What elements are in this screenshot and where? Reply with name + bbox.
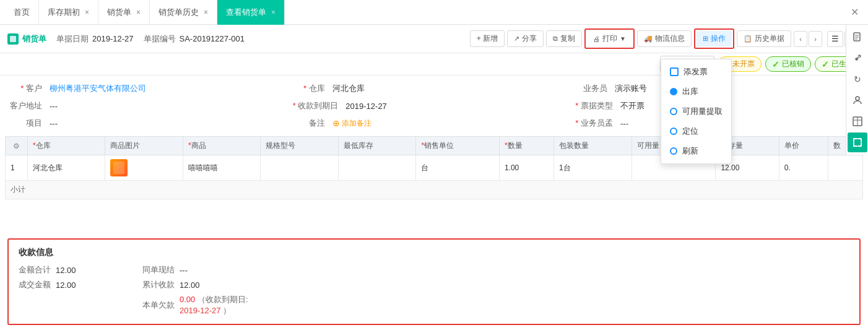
table-cell-pack-qty: 1台 <box>554 155 631 181</box>
staff2-value: --- <box>620 119 628 128</box>
sidebar-document-icon-btn[interactable] <box>848 27 867 47</box>
form-area: 客户 柳州粤港平安气体有限公司 仓库 河北仓库 业务员 演示账号 客户地址 --… <box>0 76 868 136</box>
menu-item-outbound[interactable]: 出库 <box>661 82 731 102</box>
add-invoice-icon <box>670 67 679 76</box>
toolbar-row2: 📱 来自手机 未开票 ✓ 已核销 ✓ 已生效 <box>0 53 868 76</box>
tab-sales-order[interactable]: 销货单 × <box>98 0 150 25</box>
doc-actions: + 新增 ↗ 分享 ⧉ 复制 🖨 打印 ▼ <box>470 28 861 49</box>
tab-bar: 首页 库存期初 × 销货单 × 销货单历史 × 查看销货单 × ✕ <box>0 0 868 25</box>
window-close-button[interactable]: ✕ <box>846 4 863 21</box>
cumulative-payment-value: 12.00 <box>180 280 200 290</box>
confirmed-badge[interactable]: ✓ 已核销 <box>765 56 811 72</box>
table-row: 1 河北仓库 嘻嘻嘻嘻 台 1.00 1台 <box>6 155 863 181</box>
table-col-qty: *数量 <box>499 137 553 155</box>
table-cell-image <box>105 155 183 181</box>
table-col-pack-qty: 包装数量 <box>554 137 631 155</box>
deal-amount-row: 成交金额 12.00 <box>19 279 142 290</box>
tab-sales-order-history-close[interactable]: × <box>204 8 208 17</box>
project-value: --- <box>50 119 58 128</box>
copy-button[interactable]: ⧉ 复制 <box>546 30 582 47</box>
doc-meta: 单据日期 2019-12-27 单据编号 SA-20191227-001 <box>56 33 245 45</box>
table-cell-min-stock <box>338 155 415 181</box>
subtotal-row: 小计 <box>6 181 863 199</box>
empty-row-3 <box>19 294 142 316</box>
outbound-icon <box>670 88 677 95</box>
svg-rect-0 <box>10 36 16 42</box>
payment-date-value: 2019-12-27 <box>345 102 387 111</box>
locate-icon <box>670 128 677 135</box>
empty-row-1 <box>266 264 390 276</box>
address-value: --- <box>50 102 58 111</box>
sidebar-expand-icon <box>853 137 862 147</box>
tab-inventory-init-close[interactable]: × <box>85 8 89 17</box>
table-col-settings: ⚙ <box>6 137 28 155</box>
menu-item-add-invoice[interactable]: 添发票 <box>661 62 731 82</box>
sidebar-user-icon-btn[interactable] <box>848 90 867 110</box>
table-cell-unit: 台 <box>416 155 500 181</box>
tab-sales-order-history[interactable]: 销货单历史 × <box>150 0 217 25</box>
sidebar-link-icon <box>853 53 862 63</box>
payment-info-grid: 金额合计 12.00 同单现结 --- 成交金额 12.00 累计收款 12.0… <box>19 264 849 316</box>
payment-info-section: 收款信息 金额合计 12.00 同单现结 --- 成交金额 12.00 累计收款 <box>7 238 861 325</box>
tab-sales-order-close[interactable]: × <box>136 8 141 17</box>
cumulative-payment-row: 累计收款 12.00 <box>142 279 266 290</box>
product-thumbnail <box>110 159 128 176</box>
operations-button[interactable]: ⊞ 操作 <box>697 31 732 46</box>
doc-header: 销货单 单据日期 2019-12-27 单据编号 SA-20191227-001… <box>0 25 868 53</box>
tab-inventory-init[interactable]: 库存期初 × <box>39 0 98 25</box>
new-button[interactable]: + 新增 <box>470 30 505 47</box>
effective-check-icon: ✓ <box>822 59 829 69</box>
table-col-product-image: 商品图片 <box>105 137 183 155</box>
sidebar-link-icon-btn[interactable] <box>848 48 867 68</box>
warehouse-field: 仓库 河北仓库 <box>293 83 576 94</box>
table-cell-amount <box>828 155 862 181</box>
history-button[interactable]: 📋 历史单据 <box>737 30 791 47</box>
logistics-button[interactable]: 🚚 物流信息 <box>637 30 692 47</box>
amount-total-row: 金额合计 12.00 <box>19 264 142 276</box>
warehouse-value: 河北仓库 <box>332 83 365 94</box>
svg-point-5 <box>856 97 859 100</box>
confirmed-check-icon: ✓ <box>772 59 779 69</box>
refresh-icon <box>670 147 677 155</box>
tab-home[interactable]: 首页 <box>5 0 39 25</box>
empty-row-2 <box>266 279 390 290</box>
sidebar-table-icon <box>853 116 862 126</box>
sidebar-document-icon <box>853 32 862 42</box>
stock-extract-icon <box>670 108 677 115</box>
doc-type-icon <box>7 33 19 45</box>
ticket-type-value: 不开票 <box>620 100 644 111</box>
table-cell-spec <box>261 155 338 181</box>
table-cell-product: 嘻嘻嘻嘻 <box>183 155 260 181</box>
product-table-wrapper: ⚙ *仓库 商品图片 *商品 规格型号 最低库存 *销售单位 *数量 包装数量 … <box>0 136 868 233</box>
customer-value[interactable]: 柳州粤港平安气体有限公司 <box>50 83 146 94</box>
sidebar-refresh-icon-btn[interactable]: ↻ <box>848 69 867 89</box>
product-table: ⚙ *仓库 商品图片 *商品 规格型号 最低库存 *销售单位 *数量 包装数量 … <box>5 136 863 199</box>
table-cell-unit-price: 0. <box>779 155 828 181</box>
amount-total-value: 12.00 <box>56 266 76 275</box>
project-field: 项目 --- <box>10 118 293 129</box>
table-cell-seq: 1 <box>6 155 28 181</box>
prev-arrow[interactable]: ‹ <box>794 31 807 47</box>
next-arrow[interactable]: › <box>809 31 822 47</box>
current-debt-row: 本单欠款 0.00 （收款到期日: 2019-12-27 ） <box>142 294 266 316</box>
sidebar-expand-icon-btn[interactable] <box>848 132 867 152</box>
tab-view-sales-order-close[interactable]: × <box>271 8 276 17</box>
right-sidebar: ↻ <box>846 25 868 155</box>
print-button[interactable]: 🖨 打印 ▼ <box>587 31 632 46</box>
payment-date-field: 收款到期日 2019-12-27 <box>293 100 576 111</box>
table-col-warehouse: *仓库 <box>28 137 105 155</box>
share-button[interactable]: ↗ 分享 <box>507 30 544 47</box>
menu-item-stock-extract[interactable]: 可用量提取 <box>661 102 731 121</box>
menu-item-locate[interactable]: 定位 <box>661 121 731 141</box>
operations-dropdown: 添发票 出库 可用量提取 定位 刷新 <box>661 59 732 164</box>
add-note-button[interactable]: ⊕ 添加备注 <box>332 118 371 129</box>
tab-view-sales-order[interactable]: 查看销货单 × <box>217 0 285 25</box>
table-col-spec: 规格型号 <box>261 137 338 155</box>
doc-type-label: 销货单 <box>7 33 46 45</box>
sidebar-table-icon-btn[interactable] <box>848 111 867 131</box>
table-cell-qty: 1.00 <box>499 155 553 181</box>
settings-icon[interactable]: ⚙ <box>13 142 20 150</box>
table-col-product: *商品 <box>183 137 260 155</box>
list-view-btn[interactable]: ☰ <box>827 31 843 47</box>
menu-item-refresh[interactable]: 刷新 <box>661 141 731 161</box>
